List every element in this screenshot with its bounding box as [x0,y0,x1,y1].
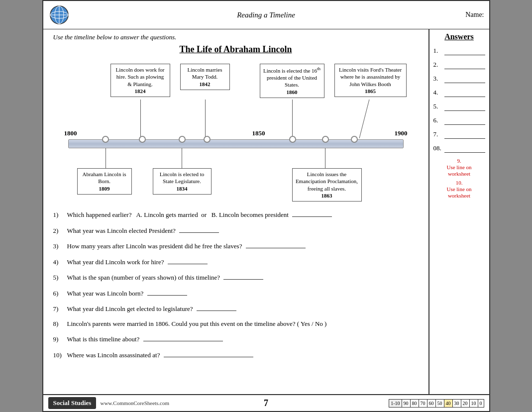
year-1834: 1834 [177,186,188,192]
answer-num-2: 2. [433,61,444,69]
dot-1863 [322,136,329,143]
label-1900: 1900 [395,129,408,137]
answer-blank-9 [143,333,223,341]
year-1865: 1865 [365,88,376,94]
answer-blank-1 [292,209,332,217]
timeline-area: Lincoln does work for hire. Such as plow… [53,60,419,204]
footer-badge: Social Studies [48,397,97,409]
q-num-6: 6) [53,289,67,299]
questions: 1) Which happened earlier? A. Lincoln ge… [53,209,419,360]
label-1850: 1850 [252,129,265,137]
score-0: 0 [478,400,484,407]
answer-field-5 [444,102,485,111]
q-num-8: 8) [53,319,67,329]
q-num-5: 5) [53,273,67,283]
answer-note-9: 9. Use line onworksheet [433,158,485,178]
q-text-2: What year was Lincoln elected President? [67,225,419,236]
answer-num-5: 5. [433,103,444,110]
event-box-1863: Lincoln issues the Emancipation Proclama… [292,168,362,202]
connector-1863 [325,148,325,168]
event-box-1834: Lincoln is elected to State Legislature.… [153,168,212,195]
label-1800: 1800 [64,129,77,137]
dot-1809 [102,136,109,143]
footer-url: www.CommonCoreSheets.com [100,400,169,406]
q-num-4: 4) [53,257,67,267]
q-text-5: What is the span (number of years shown)… [67,272,419,283]
score-10: 10 [470,400,478,407]
worksheet: Use the timeline below to answer the que… [43,29,429,394]
header-title: Reading a Timeline [237,11,295,19]
score-90: 90 [402,400,411,407]
q-text-8: Lincoln's parents were married in 1806. … [67,319,419,329]
main-content: Use the timeline below to answer the que… [43,29,489,394]
score-80: 80 [411,400,419,407]
header-name: Name: [465,11,484,19]
year-1824: 1824 [135,88,146,94]
answer-blank-10 [164,349,253,357]
header: Reading a Timeline Name: [43,1,489,29]
question-10: 10) Where was Lincoln assassinated at? [53,349,419,360]
q-num-2: 2) [53,226,67,236]
question-5: 5) What is the span (number of years sho… [53,272,419,283]
q-text-9: What is this timeline about? [67,333,419,344]
question-3: 3) How many years after Lincoln was pres… [53,240,419,251]
year-1842: 1842 [200,81,211,87]
score-60: 60 [427,400,436,407]
answer-line-8: 08. [433,144,485,153]
answer-line-7: 7. [433,130,485,139]
q-text-10: Where was Lincoln assassinated at? [67,349,419,360]
event-box-1824: Lincoln does work for hire. Such as plow… [110,64,170,97]
answer-num-1: 1. [433,47,444,55]
answer-field-1 [444,46,485,55]
answer-field-3 [444,74,485,83]
question-7: 7) What year did Lincoln get elected to … [53,303,419,314]
footer-score: 1-10 90 80 70 60 50 40 30 20 10 0 [389,399,484,408]
connector-1842 [205,100,206,138]
score-70: 70 [419,400,427,407]
question-4: 4) What year did Lincoln work for hire? [53,256,419,267]
question-9: 9) What is this timeline about? [53,333,419,344]
q-num-3: 3) [53,241,67,251]
answer-num-7: 7. [433,130,444,138]
score-50: 50 [436,400,444,407]
dot-1824 [139,136,146,143]
dot-1865 [351,136,358,143]
event-box-1865: Lincoln visits Ford's Theater where he i… [334,64,407,97]
answer-num-6: 6. [433,116,444,124]
answers-title: Answers [433,32,485,41]
score-20: 20 [461,400,470,407]
q-num-9: 9) [53,334,67,344]
answer-field-7 [444,130,485,139]
score-label-range: 1-10 [389,400,402,407]
answer-blank-6 [147,288,187,296]
event-box-1809: Abraham Lincoln is Born. 1809 [77,168,132,195]
answer-num-9-label: 9. [457,158,461,164]
q-text-3: How many years after Lincoln was preside… [67,240,419,251]
connector-1824 [140,100,141,138]
footer: Social Studies www.CommonCoreSheets.com … [43,394,489,411]
connector-1860 [292,100,293,138]
q-text-4: What year did Lincoln work for hire? [67,256,419,267]
timeline-title: The Life of Abraham Lincoln [53,44,419,55]
score-40: 40 [444,400,453,407]
q-num-1: 1) [53,210,67,220]
connector-1809 [106,148,106,168]
answer-field-6 [444,116,485,125]
answer-blank-5 [223,272,263,280]
instructions: Use the timeline below to answer the que… [53,33,419,41]
page: Reading a Timeline Name: Use the timelin… [42,0,490,412]
answer-note-10: 10. Use line onworksheet [433,180,485,200]
question-2: 2) What year was Lincoln elected Preside… [53,225,419,236]
answers-panel: Answers 1. 2. 3. 4. 5. 6. [429,29,489,394]
answer-field-2 [444,60,485,69]
q-num-7: 7) [53,304,67,314]
year-1863: 1863 [321,193,332,199]
answer-line-4: 4. [433,88,485,97]
q-text-6: What year was Lincoln born? [67,288,419,299]
connector-1865-svg [332,100,372,139]
answer-blank-4 [168,256,208,264]
q-text-7: What year did Lincoln get elected to leg… [67,303,419,314]
dot-1860 [289,136,296,143]
q-num-10: 10) [53,350,67,360]
answer-num-4: 4. [433,89,444,97]
